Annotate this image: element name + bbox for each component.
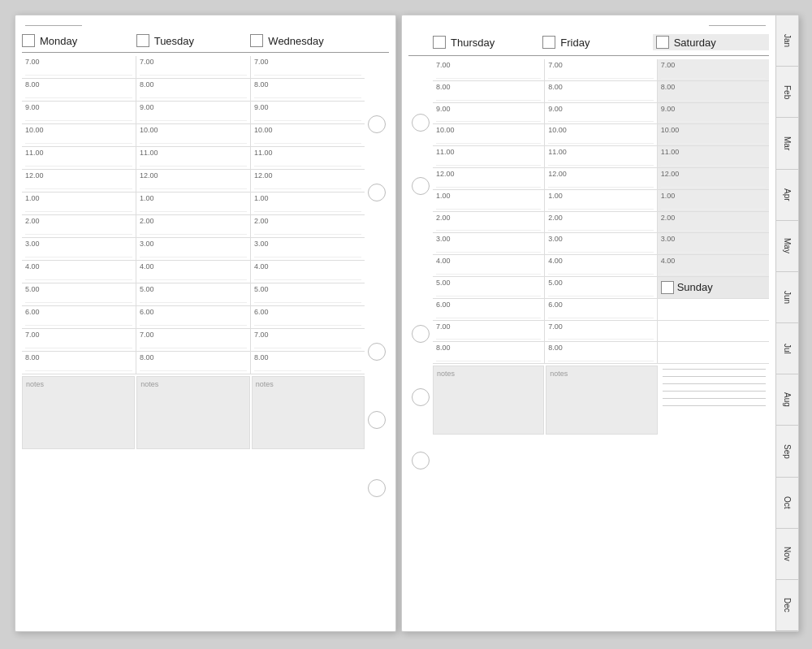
fri-100: 1.00 — [545, 190, 657, 211]
thu-notes[interactable]: notes — [433, 366, 544, 435]
tab-nov[interactable]: Nov — [775, 529, 798, 580]
left-circle-900 — [368, 102, 386, 147]
tab-jan[interactable]: Jan — [775, 15, 798, 67]
time-row-500: 5.00 5.00 5.00 — [22, 283, 365, 306]
friday-header: Friday — [542, 34, 652, 50]
circle-1100[interactable] — [368, 184, 386, 201]
time-row-200: 2.00 2.00 2.00 — [22, 215, 365, 238]
right-row-700b: 7.00 7.00 — [433, 321, 769, 343]
tab-aug[interactable]: Aug — [775, 374, 798, 426]
mon-400: 4.00 — [22, 261, 136, 283]
tue-900: 9.00 — [136, 102, 251, 123]
left-circle-notes — [368, 465, 386, 511]
wed-500: 5.00 — [251, 283, 365, 305]
right-row-1000: 10.00 10.00 10.00 — [433, 124, 769, 146]
sunday-checkbox[interactable] — [661, 281, 674, 294]
wed-notes[interactable]: notes — [252, 376, 365, 449]
mon-700b: 7.00 — [22, 329, 136, 351]
thu-700: 7.00 — [433, 59, 545, 80]
circle-thu-500[interactable] — [412, 325, 430, 343]
friday-checkbox[interactable] — [542, 36, 555, 49]
thu-700b: 7.00 — [433, 321, 545, 342]
circle-500[interactable] — [368, 343, 386, 361]
wed-400: 4.00 — [251, 261, 365, 283]
tab-jun[interactable]: Jun — [775, 272, 798, 323]
fri-1100: 11.00 — [545, 146, 657, 167]
thu-600: 6.00 — [433, 299, 545, 320]
right-row-200: 2.00 2.00 2.00 — [433, 212, 769, 234]
mon-notes[interactable]: notes — [22, 376, 135, 449]
circle-700b[interactable] — [368, 411, 386, 429]
tab-sep[interactable]: Sep — [775, 426, 798, 477]
wed-700: 7.00 — [251, 56, 365, 78]
sat-600-empty — [658, 299, 769, 320]
tab-may[interactable]: May — [775, 221, 798, 272]
wed-200: 2.00 — [251, 215, 365, 237]
left-circle-700b — [368, 397, 386, 443]
tab-jul[interactable]: Jul — [775, 323, 798, 374]
mon-900: 9.00 — [22, 102, 136, 123]
tue-400: 4.00 — [136, 261, 251, 283]
right-row-1100: 11.00 11.00 11.00 — [433, 146, 769, 168]
wed-300: 3.00 — [251, 238, 365, 260]
fri-500: 5.00 — [545, 277, 657, 298]
right-row-800: 8.00 8.00 8.00 — [433, 81, 769, 103]
monday-label: Monday — [40, 35, 77, 47]
right-day-headers: Thursday Friday Saturday — [408, 34, 769, 56]
thu-100: 1.00 — [433, 190, 545, 211]
circle-thu-notes[interactable] — [412, 452, 430, 469]
circle-thu-700b[interactable] — [412, 388, 430, 406]
tab-feb[interactable]: Feb — [775, 67, 798, 118]
thu-400: 4.00 — [433, 255, 545, 276]
circle-thu-900[interactable] — [412, 114, 430, 132]
tue-notes[interactable]: notes — [136, 376, 249, 449]
sat-300: 3.00 — [658, 233, 769, 254]
tab-apr[interactable]: Apr — [775, 170, 798, 221]
sat-200: 2.00 — [658, 212, 769, 233]
wed-900: 9.00 — [251, 102, 365, 123]
thu-900: 9.00 — [433, 103, 545, 124]
right-days-grid: 7.00 7.00 7.00 8.00 8.00 8.00 9.00 9.00 … — [433, 59, 769, 625]
wed-800: 8.00 — [251, 79, 365, 101]
thursday-checkbox[interactable] — [433, 36, 446, 49]
mon-700: 7.00 — [22, 56, 136, 78]
monday-checkbox[interactable] — [22, 34, 35, 47]
thu-1200: 12.00 — [433, 168, 545, 189]
circle-900[interactable] — [368, 115, 386, 133]
mon-200: 2.00 — [22, 215, 136, 237]
tue-700: 7.00 — [136, 56, 251, 78]
tue-800: 8.00 — [136, 79, 251, 101]
left-circle-500 — [368, 329, 386, 374]
time-row-400: 4.00 4.00 4.00 — [22, 261, 365, 283]
monday-header: Monday — [22, 34, 136, 47]
tab-dec[interactable]: Dec — [775, 580, 798, 631]
right-circle-700b — [412, 376, 430, 418]
sat-notes-empty — [659, 366, 769, 435]
sat-400: 4.00 — [658, 255, 769, 276]
tab-oct[interactable]: Oct — [775, 478, 798, 529]
right-row-300: 3.00 3.00 3.00 — [433, 233, 769, 255]
fri-1200: 12.00 — [545, 168, 657, 189]
wednesday-checkbox[interactable] — [250, 34, 263, 47]
thu-1000: 10.00 — [433, 124, 545, 145]
left-notes-row: notes notes notes — [22, 376, 365, 449]
saturday-checkbox[interactable] — [656, 36, 669, 49]
circle-notes[interactable] — [368, 479, 386, 497]
mon-600: 6.00 — [22, 306, 136, 328]
tab-mar[interactable]: Mar — [775, 118, 798, 169]
time-row-300: 3.00 3.00 3.00 — [22, 238, 365, 261]
fri-400: 4.00 — [545, 255, 657, 276]
circle-thu-1100[interactable] — [412, 177, 430, 195]
tue-100: 1.00 — [136, 193, 251, 214]
friday-label: Friday — [560, 37, 590, 49]
time-row-800: 8.00 8.00 8.00 — [22, 79, 365, 102]
time-row-100: 1.00 1.00 1.00 — [22, 193, 365, 215]
time-row-900: 9.00 9.00 9.00 — [22, 102, 365, 124]
left-day-headers: Monday Tuesday Wednesday — [22, 34, 389, 53]
fri-notes[interactable]: notes — [546, 366, 657, 435]
right-row-600: 6.00 6.00 — [433, 299, 769, 321]
right-circles-left — [408, 59, 433, 625]
wed-100: 1.00 — [251, 193, 365, 214]
tuesday-checkbox[interactable] — [136, 34, 149, 47]
time-row-700b: 7.00 7.00 7.00 — [22, 329, 365, 352]
